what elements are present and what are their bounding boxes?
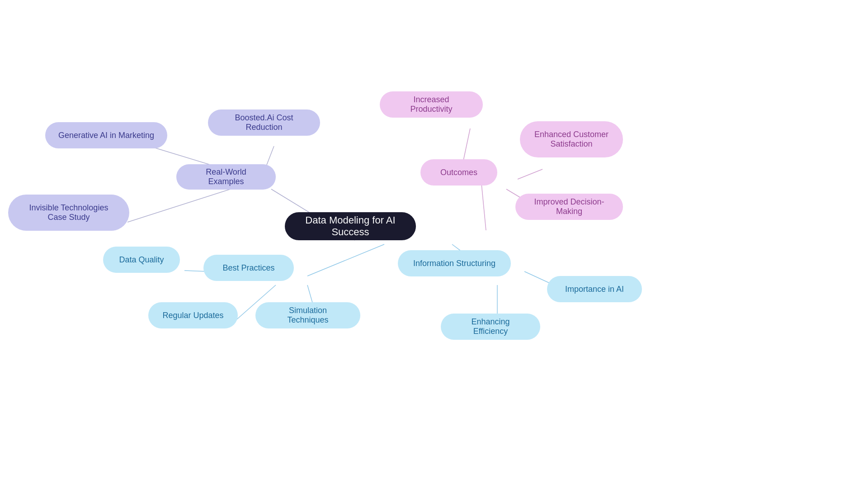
outcomes-node[interactable]: Outcomes xyxy=(420,159,497,186)
enhancing-efficiency-node[interactable]: Enhancing Efficiency xyxy=(441,314,540,340)
invisible-tech-node[interactable]: Invisible Technologies Case Study xyxy=(8,195,129,231)
improved-decision-node[interactable]: Improved Decision-Making xyxy=(515,194,623,220)
boosted-ai-node[interactable]: Boosted.Ai Cost Reduction xyxy=(208,109,320,136)
svg-line-8 xyxy=(307,244,384,276)
svg-line-2 xyxy=(127,189,231,222)
regular-updates-node[interactable]: Regular Updates xyxy=(148,302,238,328)
information-structuring-node[interactable]: Information Structuring xyxy=(398,250,511,276)
svg-line-6 xyxy=(518,169,542,179)
data-quality-node[interactable]: Data Quality xyxy=(103,247,180,273)
best-practices-node[interactable]: Best Practices xyxy=(203,255,294,281)
real-world-examples-node[interactable]: Real-World Examples xyxy=(176,164,276,190)
increased-productivity-node[interactable]: Increased Productivity xyxy=(380,91,483,118)
enhanced-customer-node[interactable]: Enhanced Customer Satisfaction xyxy=(520,121,623,157)
svg-line-4 xyxy=(481,184,486,230)
center-node[interactable]: Data Modeling for AI Success xyxy=(285,212,416,240)
simulation-techniques-node[interactable]: Simulation Techniques xyxy=(255,302,360,328)
importance-in-ai-node[interactable]: Importance in AI xyxy=(547,276,642,302)
generative-ai-node[interactable]: Generative AI in Marketing xyxy=(45,122,167,148)
